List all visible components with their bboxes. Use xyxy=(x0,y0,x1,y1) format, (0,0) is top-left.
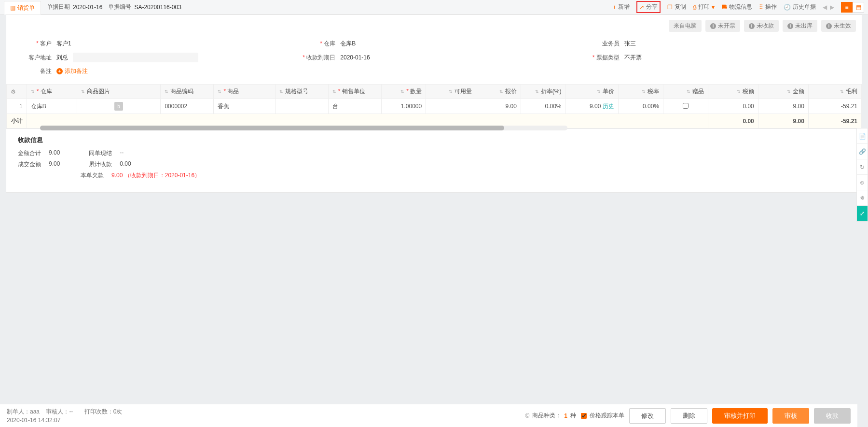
customer-label: 客户 xyxy=(18,40,52,48)
copy-button[interactable]: ❐复制 xyxy=(667,3,686,11)
sort-icon[interactable]: ⇅ xyxy=(400,89,404,94)
cell-unit[interactable]: 台 xyxy=(328,99,381,114)
payment-title: 收款信息 xyxy=(18,136,850,144)
note-label: 备注 xyxy=(18,67,52,75)
deal-value: 9.00 xyxy=(49,160,60,169)
gear-icon[interactable]: ⚙ xyxy=(11,88,16,95)
prev-doc-button[interactable]: ◀ xyxy=(823,4,827,11)
customer-value[interactable]: 客户1 xyxy=(56,40,71,48)
cell-warehouse[interactable]: 仓库B xyxy=(27,99,77,114)
delete-button[interactable]: 删除 xyxy=(671,408,707,424)
view-card-button[interactable]: ▤ xyxy=(853,2,864,13)
info-icon: i xyxy=(787,23,793,29)
audit-print-button[interactable]: 审核并打印 xyxy=(712,408,768,424)
image-placeholder-icon[interactable]: b xyxy=(114,102,123,111)
audit-button[interactable]: 审核 xyxy=(772,408,809,424)
sort-icon[interactable]: ⇅ xyxy=(499,89,503,94)
duedate-value[interactable]: 2020-01-16 xyxy=(340,54,370,61)
total-label: 金额合计 xyxy=(18,149,43,157)
user-tool-icon[interactable]: ☺ xyxy=(857,175,868,190)
copy-icon: ❐ xyxy=(667,4,673,11)
status-uninvoiced[interactable]: i未开票 xyxy=(705,20,740,32)
status-unshipped[interactable]: i未出库 xyxy=(783,20,817,32)
subtotal-amount: 9.00 xyxy=(758,114,808,128)
modify-button[interactable]: 修改 xyxy=(629,408,666,424)
track-price-checkbox[interactable] xyxy=(581,413,587,419)
horizontal-scrollbar[interactable] xyxy=(40,126,567,130)
warehouse-value[interactable]: 仓库B xyxy=(340,40,356,48)
salesman-value[interactable]: 张三 xyxy=(624,40,636,48)
form-grid: 客户客户1 仓库仓库B 业务员张三 客户地址刘总 收款到期日2020-01-16… xyxy=(6,37,862,84)
cell-discount[interactable]: 0.00% xyxy=(521,99,565,114)
status-source[interactable]: 来自电脑 xyxy=(669,20,702,32)
refresh-tool-icon[interactable]: ↻ xyxy=(857,159,868,175)
note-tool-icon[interactable]: 📄 xyxy=(857,128,868,144)
copyright-icon: © xyxy=(525,413,529,419)
status-unpaid[interactable]: i未收款 xyxy=(744,20,779,32)
doc-tab[interactable]: ▥ 销货单 xyxy=(4,1,41,14)
sort-icon[interactable]: ⇅ xyxy=(81,89,85,94)
view-list-button[interactable]: ≡ xyxy=(841,2,853,13)
history-button[interactable]: 🕘历史单据 xyxy=(784,3,816,11)
deal-label: 成交金额 xyxy=(18,160,43,169)
actions-button[interactable]: ⠿操作 xyxy=(759,3,777,11)
cumulative-value: 0.00 xyxy=(120,160,131,169)
cell-code[interactable]: 0000002 xyxy=(161,99,214,114)
sort-icon[interactable]: ⇅ xyxy=(642,89,646,94)
sort-icon[interactable]: ⇅ xyxy=(279,89,283,94)
cell-quote[interactable]: 9.00 xyxy=(476,99,521,114)
address-label: 客户地址 xyxy=(18,54,52,62)
side-tools: 📄 🔗 ↻ ☺ ✵ ⤢ xyxy=(856,128,868,222)
receive-button[interactable]: 收款 xyxy=(814,408,851,424)
header-bar: ▥ 销货单 单据日期 2020-01-16 单据编号 SA-20200116-0… xyxy=(0,0,868,14)
status-tags: 来自电脑 i未开票 i未收款 i未出库 i未生效 xyxy=(6,15,862,37)
duedate-label: 收款到期日 xyxy=(302,54,335,62)
sort-icon[interactable]: ⇅ xyxy=(840,89,844,94)
address-redacted xyxy=(73,53,198,62)
logistics-button[interactable]: ⛟物流信息 xyxy=(721,3,752,11)
sort-icon[interactable]: ⇅ xyxy=(535,89,539,94)
cell-taxrate[interactable]: 0.00% xyxy=(619,99,663,114)
cell-product[interactable]: 香蕉 xyxy=(214,99,275,114)
sort-icon[interactable]: ⇅ xyxy=(737,89,741,94)
sales-order-icon: ▥ xyxy=(10,4,15,11)
sort-icon[interactable]: ⇅ xyxy=(165,89,168,94)
add-note-button[interactable]: 添加备注 xyxy=(56,67,88,75)
owe-label: 本单欠款 xyxy=(81,171,106,180)
table-row[interactable]: 1 仓库B b 0000002 香蕉 台 1.00000 9.00 0.00% … xyxy=(7,99,862,114)
sort-icon[interactable]: ⇅ xyxy=(597,89,601,94)
sort-icon[interactable]: ⇅ xyxy=(787,89,791,94)
salesman-label: 业务员 xyxy=(586,40,620,48)
status-inactive[interactable]: i未生效 xyxy=(821,20,856,32)
sort-icon[interactable]: ⇅ xyxy=(332,89,336,94)
next-doc-button[interactable]: ▶ xyxy=(830,4,834,11)
print-button[interactable]: ⎙打印▾ xyxy=(693,3,715,11)
info-icon: i xyxy=(749,23,755,29)
cell-avail xyxy=(426,99,476,114)
billtype-value[interactable]: 不开票 xyxy=(624,54,642,62)
sort-icon[interactable]: ⇅ xyxy=(218,89,221,94)
info-icon: i xyxy=(710,23,716,29)
items-table: ⚙ ⇅仓库 ⇅商品图片 ⇅商品编码 ⇅商品 ⇅规格型号 ⇅销售单位 ⇅数量 ⇅可… xyxy=(6,84,862,128)
history-icon: 🕘 xyxy=(784,4,791,11)
row-index: 1 xyxy=(7,99,27,114)
cell-qty[interactable]: 1.00000 xyxy=(381,99,426,114)
subtotal-profit: -59.21 xyxy=(808,114,861,128)
owe-value: 9.00 （收款到期日：2020-01-16） xyxy=(111,171,200,180)
cell-spec[interactable] xyxy=(275,99,328,114)
expand-tool-icon[interactable]: ⤢ xyxy=(857,206,868,221)
sort-icon[interactable]: ⇅ xyxy=(31,89,35,94)
attachment-tool-icon[interactable]: 🔗 xyxy=(857,144,868,159)
new-button[interactable]: +新增 xyxy=(613,3,630,11)
track-price[interactable]: 价格跟踪本单 xyxy=(581,412,624,420)
total-value: 9.00 xyxy=(49,149,60,157)
share-button[interactable]: ↗分享 xyxy=(636,1,661,13)
sort-icon[interactable]: ⇅ xyxy=(449,89,453,94)
lock-tool-icon[interactable]: ✵ xyxy=(857,190,868,206)
gift-checkbox[interactable] xyxy=(683,103,689,109)
address-value[interactable]: 刘总 xyxy=(56,54,68,62)
sort-icon[interactable]: ⇅ xyxy=(687,89,690,94)
cell-price[interactable]: 9.00历史 xyxy=(565,99,619,114)
price-history-link[interactable]: 历史 xyxy=(603,102,614,111)
footer-meta: 制单人：aaa 审核人：-- 打印次数：0次 2020-01-16 14:32:… xyxy=(7,407,122,425)
